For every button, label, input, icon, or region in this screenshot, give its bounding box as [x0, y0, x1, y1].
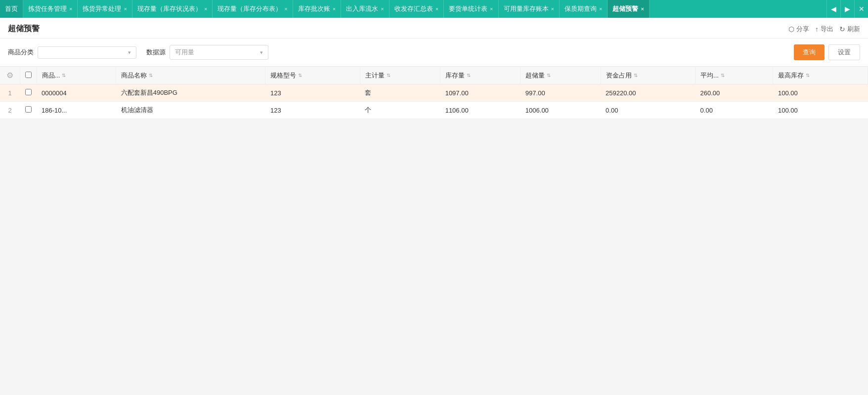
th-unit[interactable]: 主计量 ⇅ — [360, 67, 440, 84]
nav-close-icon[interactable]: × — [204, 6, 207, 12]
share-icon: ⬡ — [788, 25, 794, 33]
chevron-down-icon: ▾ — [260, 49, 263, 56]
nav-item-task[interactable]: 拣货任务管理 × — [23, 0, 78, 18]
row-number: 2 — [0, 102, 20, 119]
page-container: 超储预警 ⬡ 分享 ↑ 导出 ↻ 刷新 商品分类 ▾ 数据源 — [0, 18, 868, 119]
share-label: 分享 — [796, 25, 809, 34]
nav-item-inventory-status[interactable]: 现存量（库存状况表） × — [132, 0, 213, 18]
nav-close-icon[interactable]: × — [381, 6, 384, 12]
export-button[interactable]: ↑ 导出 — [815, 25, 833, 34]
nav-item-exception[interactable]: 拣货异常处理 × — [78, 0, 132, 18]
data-table: ⚙ 商品... ⇅ 商品名称 ⇅ — [0, 66, 868, 119]
export-icon: ↑ — [815, 25, 819, 33]
th-inventory[interactable]: 库存量 ⇅ — [440, 67, 521, 84]
table-header-row: ⚙ 商品... ⇅ 商品名称 ⇅ — [0, 67, 868, 84]
datasource-select[interactable]: 可用量 ▾ — [170, 45, 268, 60]
nav-close-icon[interactable]: × — [69, 6, 72, 12]
sort-icon: ⇅ — [721, 73, 725, 78]
nav-item-batch[interactable]: 库存批次账 × — [293, 0, 341, 18]
settings-button[interactable]: 设置 — [828, 44, 860, 60]
row-checkbox[interactable] — [25, 89, 32, 95]
nav-item-label: 超储预警 — [612, 4, 638, 13]
th-max-stock[interactable]: 最高库存 ⇅ — [773, 67, 868, 84]
overflow: 997.00 — [521, 84, 601, 102]
spec: 123 — [265, 84, 360, 102]
nav-item-flow[interactable]: 出入库流水 × — [341, 0, 389, 18]
nav-item-overstock[interactable]: 超储预警 × — [608, 0, 649, 18]
th-average[interactable]: 平均... ⇅ — [695, 67, 773, 84]
category-select[interactable]: ▾ — [38, 46, 136, 59]
gear-icon[interactable]: ⚙ — [6, 71, 13, 79]
table-row: 1 0000004 六配套新昌490BPG 123 套 1097.00 997.… — [0, 84, 868, 102]
refresh-button[interactable]: ↻ 刷新 — [839, 25, 860, 34]
nav-close-icon[interactable]: × — [599, 6, 602, 12]
th-overflow[interactable]: 超储量 ⇅ — [521, 67, 601, 84]
row-checkbox-cell — [20, 102, 37, 119]
sort-icon: ⇅ — [298, 73, 302, 78]
page-actions: ⬡ 分享 ↑ 导出 ↻ 刷新 — [788, 25, 860, 34]
th-label: 主计量 — [365, 71, 385, 80]
nav-item-order-stat[interactable]: 要货单统计表 × — [444, 0, 498, 18]
nav-item-home[interactable]: 首页 — [0, 0, 23, 18]
nav-close-icon[interactable]: × — [490, 6, 493, 12]
nav-close-all-button[interactable]: ✕ — [854, 0, 868, 18]
sort-icon: ⇅ — [62, 73, 66, 78]
th-capital[interactable]: 资金占用 ⇅ — [601, 67, 695, 84]
nav-close-icon[interactable]: × — [641, 6, 644, 12]
nav-close-icon[interactable]: × — [551, 6, 554, 12]
th-label: 商品... — [42, 71, 60, 80]
datasource-filter: 数据源 可用量 ▾ — [146, 45, 268, 60]
nav-item-label: 收发存汇总表 — [394, 4, 433, 13]
category-label: 商品分类 — [8, 48, 34, 57]
nav-item-label: 出入库流水 — [346, 4, 378, 13]
select-all-checkbox[interactable] — [25, 72, 32, 78]
page-title: 超储预警 — [8, 24, 40, 34]
nav-prev-button[interactable]: ◀ — [826, 0, 840, 18]
nav-item-label: 保质期查询 — [564, 4, 597, 13]
row-checkbox-cell — [20, 84, 37, 102]
nav-item-available[interactable]: 可用量库存账本 × — [499, 0, 560, 18]
nav-close-icon[interactable]: × — [284, 6, 287, 12]
share-button[interactable]: ⬡ 分享 — [788, 25, 809, 34]
th-spec[interactable]: 规格型号 ⇅ — [265, 67, 360, 84]
nav-item-summary[interactable]: 收发存汇总表 × — [390, 0, 444, 18]
sort-icon: ⇅ — [634, 73, 638, 78]
datasource-select-value: 可用量 — [175, 48, 194, 57]
overflow: 1006.00 — [521, 102, 601, 119]
nav-close-icon[interactable]: × — [435, 6, 438, 12]
nav-item-inventory-dist[interactable]: 现存量（库存分布表） × — [213, 0, 293, 18]
nav-close-icon[interactable]: × — [333, 6, 336, 12]
product-code: 186-10... — [37, 102, 116, 119]
th-product-code[interactable]: 商品... ⇅ — [37, 67, 116, 84]
top-navigation: 首页 拣货任务管理 × 拣货异常处理 × 现存量（库存状况表） × 现存量（库存… — [0, 0, 868, 18]
nav-next-button[interactable]: ▶ — [840, 0, 854, 18]
nav-item-expiry[interactable]: 保质期查询 × — [560, 0, 608, 18]
query-button[interactable]: 查询 — [794, 44, 825, 60]
th-label: 资金占用 — [606, 71, 632, 80]
row-checkbox[interactable] — [25, 106, 32, 113]
max-stock: 100.00 — [773, 102, 868, 119]
th-product-name[interactable]: 商品名称 ⇅ — [116, 67, 265, 84]
row-number: 1 — [0, 84, 20, 102]
nav-item-label: 要货单统计表 — [449, 4, 487, 13]
product-code: 0000004 — [37, 84, 116, 102]
max-stock: 100.00 — [773, 84, 868, 102]
nav-close-icon[interactable]: × — [124, 6, 127, 12]
th-label: 规格型号 — [270, 71, 296, 80]
datasource-label: 数据源 — [146, 48, 166, 57]
inventory: 1106.00 — [440, 102, 521, 119]
th-label: 超储量 — [525, 71, 545, 80]
nav-arrows: ◀ ▶ ✕ — [826, 0, 868, 18]
chevron-down-icon: ▾ — [128, 49, 131, 56]
sort-icon: ⇅ — [149, 73, 153, 78]
refresh-icon: ↻ — [839, 25, 845, 33]
inventory: 1097.00 — [440, 84, 521, 102]
nav-item-label: 拣货异常处理 — [83, 4, 121, 13]
category-filter: 商品分类 ▾ — [8, 46, 136, 59]
filter-bar: 商品分类 ▾ 数据源 可用量 ▾ 查询 设置 — [0, 39, 868, 66]
unit: 个 — [360, 102, 440, 119]
th-checkbox — [20, 67, 37, 84]
product-name: 机油滤清器 — [116, 102, 265, 119]
average: 260.00 — [695, 84, 773, 102]
filter-actions: 查询 设置 — [794, 44, 860, 60]
